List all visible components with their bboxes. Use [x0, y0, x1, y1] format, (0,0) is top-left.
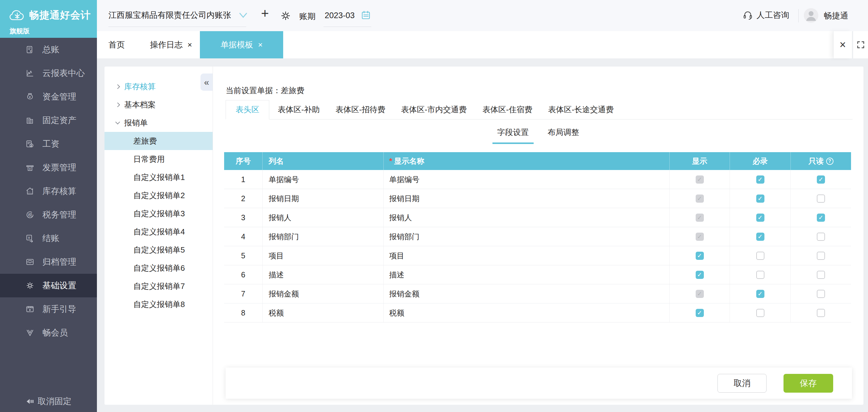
tree-item-custom-2[interactable]: 自定义报销单2 [104, 186, 213, 205]
tree-item-custom-8[interactable]: 自定义报销单8 [104, 295, 213, 313]
show-checkbox[interactable] [696, 271, 704, 279]
row-index: 1 [224, 170, 262, 189]
avatar[interactable] [804, 8, 818, 23]
sub-tabs: 字段设置 布局调整 [213, 127, 864, 144]
row-display-name: 报销部门 [383, 227, 669, 246]
sidebar-item-guide[interactable]: 新手引导 [0, 297, 97, 321]
company-selector[interactable]: 江西服宝精品有限责任公司内账张 [108, 10, 231, 21]
close-panel-button[interactable]: × [834, 31, 852, 58]
tab-field-settings[interactable]: 字段设置 [492, 127, 534, 144]
sidebar-item-basic-settings[interactable]: 基础设置 [0, 274, 97, 297]
fullscreen-button[interactable] [853, 31, 868, 58]
show-checkbox[interactable] [696, 252, 704, 260]
person-icon [804, 8, 818, 23]
readonly-checkbox[interactable] [817, 175, 825, 183]
tab-layout-adjust[interactable]: 布局调整 [543, 127, 584, 144]
required-checkbox[interactable] [756, 175, 765, 183]
tab-body-long-distance[interactable]: 表体区-长途交通费 [548, 100, 614, 119]
unpin-sidebar-button[interactable]: 取消固定 [0, 396, 97, 407]
sidebar-item-invoice[interactable]: ¥ 发票管理 [0, 156, 97, 179]
show-checkbox[interactable] [696, 213, 704, 222]
tree-item-label: 自定义报销单1 [133, 172, 185, 183]
readonly-checkbox[interactable] [817, 252, 825, 260]
edition-badge: 旗舰版 [10, 27, 30, 36]
topbar-divider [798, 9, 799, 23]
show-checkbox[interactable] [696, 309, 704, 317]
sidebar-item-member[interactable]: 畅会员 [0, 321, 97, 345]
tab-close-icon[interactable]: × [187, 41, 192, 49]
header-display-name: * 显示名称 [383, 152, 669, 170]
support-link[interactable]: 人工咨询 [743, 10, 789, 21]
tree-item-inventory-accounting[interactable]: 库存核算 [104, 77, 213, 96]
tree-item-custom-7[interactable]: 自定义报销单7 [104, 277, 213, 295]
sidebar-item-archive[interactable]: 归档管理 [0, 250, 97, 274]
readonly-checkbox[interactable] [817, 271, 825, 279]
required-checkbox[interactable] [756, 252, 765, 260]
readonly-checkbox[interactable] [817, 233, 825, 241]
sidebar-item-label: 畅会员 [42, 327, 68, 339]
username[interactable]: 畅捷通 [824, 10, 848, 21]
show-checkbox[interactable] [696, 233, 704, 241]
tree-item-custom-1[interactable]: 自定义报销单1 [104, 168, 213, 186]
cancel-button[interactable]: 取消 [717, 374, 767, 392]
tree-item-daily-expense[interactable]: 日常费用 [104, 150, 213, 168]
row-column-name: 税额 [262, 303, 383, 322]
tree-item-custom-5[interactable]: 自定义报销单5 [104, 241, 213, 259]
required-marker: * [389, 157, 392, 166]
member-icon [26, 328, 34, 337]
tab-operation-log[interactable]: 操作日志 × [150, 31, 192, 58]
sidebar-item-payroll[interactable]: ¥ 工资 [0, 132, 97, 156]
readonly-checkbox[interactable] [817, 195, 825, 203]
required-checkbox[interactable] [756, 290, 765, 298]
sidebar-item-general-ledger[interactable]: ¥ 总账 [0, 38, 97, 61]
row-index: 2 [224, 189, 262, 208]
readonly-checkbox[interactable] [817, 309, 825, 317]
tab-body-city-transport[interactable]: 表体区-市内交通费 [401, 100, 467, 119]
tab-body-lodging[interactable]: 表体区-住宿费 [483, 100, 532, 119]
tab-home[interactable]: 首页 [108, 31, 125, 58]
required-checkbox[interactable] [756, 271, 765, 279]
tree-item-expense-form[interactable]: 报销单 [104, 114, 213, 132]
show-checkbox[interactable] [696, 195, 704, 203]
readonly-checkbox[interactable] [817, 213, 825, 222]
header-show: 显示 [669, 152, 730, 170]
tree-item-basic-archives[interactable]: 基本档案 [104, 96, 213, 114]
help-icon[interactable]: ? [826, 158, 834, 165]
sidebar-item-tax[interactable]: 税 税务管理 [0, 203, 97, 227]
required-checkbox[interactable] [756, 195, 765, 203]
show-checkbox[interactable] [696, 175, 704, 183]
chevron-down-icon[interactable] [239, 12, 248, 19]
sidebar-item-closing[interactable]: ¥ 结账 [0, 227, 97, 250]
sidebar-item-cloud-reports[interactable]: 云报表中心 [0, 61, 97, 85]
tree-item-custom-4[interactable]: 自定义报销单4 [104, 222, 213, 241]
required-checkbox[interactable] [756, 233, 765, 241]
current-doc-prefix: 当前设置单据： [226, 86, 281, 95]
tree-item-label: 自定义报销单2 [133, 190, 185, 201]
sidebar-item-fixed-assets[interactable]: 固定资产 [0, 109, 97, 132]
header-readonly: 只读 ? [790, 152, 851, 170]
tree-item-travel-expense[interactable]: 差旅费 [104, 132, 213, 150]
cloud-yen-icon [9, 9, 26, 22]
tab-body-subsidy[interactable]: 表体区-补助 [278, 100, 320, 119]
show-checkbox[interactable] [696, 290, 704, 298]
period-value[interactable]: 2023-03 [325, 11, 355, 20]
sidebar-item-funds[interactable]: ¥ 资金管理 [0, 85, 97, 109]
readonly-checkbox[interactable] [817, 290, 825, 298]
required-checkbox[interactable] [756, 213, 765, 222]
tree-item-custom-6[interactable]: 自定义报销单6 [104, 259, 213, 277]
gear-icon[interactable] [280, 10, 291, 22]
save-button[interactable]: 保存 [783, 374, 833, 392]
tab-close-icon[interactable]: × [258, 41, 262, 49]
sidebar-item-inventory[interactable]: 库存核算 [0, 179, 97, 203]
sidebar-item-label: 发票管理 [42, 162, 76, 173]
required-checkbox[interactable] [756, 309, 765, 317]
tab-header-area[interactable]: 表头区 [226, 100, 269, 119]
tree-item-custom-3[interactable]: 自定义报销单3 [104, 205, 213, 222]
close-icon: × [840, 38, 846, 51]
tab-document-template[interactable]: 单据模板 × [200, 31, 283, 58]
add-account-button[interactable]: + [261, 7, 269, 20]
calendar-icon[interactable] [361, 10, 371, 20]
collapse-tree-button[interactable]: « [200, 73, 213, 91]
tab-body-entertainment[interactable]: 表体区-招待费 [336, 100, 385, 119]
header-required: 必录 [730, 152, 790, 170]
